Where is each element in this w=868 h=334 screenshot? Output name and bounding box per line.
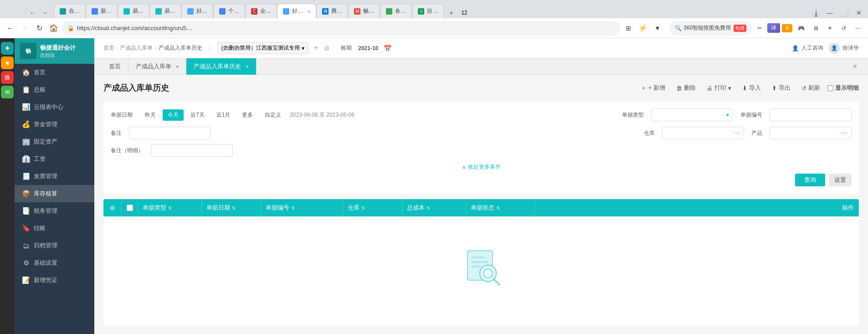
add-account-button[interactable]: + <box>314 43 319 53</box>
tab-t5[interactable]: 好… <box>181 4 213 18</box>
detail-remark-input[interactable] <box>151 144 233 157</box>
add-button[interactable]: ＋ + 新增 <box>637 82 669 94</box>
show-cols-checkbox[interactable] <box>827 85 833 91</box>
product-select[interactable]: ⋯ <box>770 127 852 139</box>
refresh-button[interactable]: ↺ 刷新 <box>798 82 824 94</box>
sidebar-item-capital[interactable]: 💰 资金管理 <box>15 116 94 133</box>
sidebar-item-archive[interactable]: 🗂 归档管理 <box>15 237 94 254</box>
sun-icon[interactable]: ☀ <box>824 22 836 35</box>
nav-refresh[interactable]: ↻ <box>33 22 46 35</box>
doc-no-input[interactable] <box>770 108 852 121</box>
import-button[interactable]: ⬇ 导入 <box>739 82 765 94</box>
th-total-cost[interactable]: 总成本 ⇅ <box>402 199 466 216</box>
account-settings-icon[interactable]: ⚙ <box>324 45 330 52</box>
date-btn-today[interactable]: 今天 <box>163 109 184 121</box>
remark-input[interactable] <box>129 127 211 139</box>
tab-t11[interactable]: 各… <box>380 4 412 18</box>
print-button[interactable]: 🖨 打印 ▾ <box>703 82 735 94</box>
th-warehouse[interactable]: 仓库 ⇅ <box>343 199 402 216</box>
query-button[interactable]: 查询 <box>795 174 825 186</box>
maximize-button[interactable]: ⬜ <box>839 7 850 18</box>
back-button[interactable]: ← <box>27 7 38 18</box>
sidebar-item-report[interactable]: 📊 云报表中心 <box>15 98 94 116</box>
nav-forward[interactable]: → <box>18 22 31 35</box>
tab-t4[interactable]: 易… <box>149 4 181 18</box>
th-settings[interactable]: ⚙ <box>103 199 122 216</box>
sidebar-item-checkout[interactable]: 🔖 结账 <box>15 220 94 237</box>
sidebar-item-home[interactable]: 🏠 首页 <box>15 64 94 81</box>
sidebar-item-ledger[interactable]: 📋 总账 <box>15 81 94 98</box>
account-selector[interactable]: (勿删勿禁用）江西服宝测试专用 ▾ <box>217 42 308 54</box>
favorite-icon[interactable]: ★ <box>1 57 14 69</box>
tab-product-history[interactable]: 产成品入库单历史 × <box>186 58 256 75</box>
date-btn-more[interactable]: 更多 <box>237 109 258 121</box>
tab-panel-close[interactable]: × <box>849 62 861 71</box>
nav-back[interactable]: ← <box>4 22 16 35</box>
th-doc-type[interactable]: 单据类型 ⇅ <box>138 199 202 216</box>
sidebar-item-invoice[interactable]: 🧾 发票管理 <box>15 168 94 185</box>
translate-button[interactable]: 译 <box>767 23 780 33</box>
breadcrumb-list[interactable]: 产成品入库单 <box>120 44 153 52</box>
nav-home[interactable]: 🏠 <box>47 22 60 35</box>
close-window-button[interactable]: ✕ <box>853 7 864 18</box>
grid-icon[interactable]: ⊞ <box>810 22 822 35</box>
yuan-button[interactable]: ¥ <box>782 24 792 32</box>
collapse-button[interactable]: ∧ 收起更多条件 <box>111 160 852 172</box>
tab-home[interactable]: 首页 <box>102 58 128 75</box>
export-button[interactable]: ⬆ 导出 <box>768 82 794 94</box>
sidebar-item-salary[interactable]: 👔 工资 <box>15 150 94 168</box>
th-doc-status[interactable]: 单据状态 ⇅ <box>466 199 534 216</box>
sidebar-item-settings[interactable]: ⚙ 基础设置 <box>15 254 94 272</box>
calendar-icon[interactable]: 📅 <box>384 45 391 52</box>
th-doc-no[interactable]: 单据编号 ⇅ <box>261 199 343 216</box>
tab-t8[interactable]: 好… × <box>277 4 316 18</box>
user-service-button[interactable]: 👤 人工咨询 <box>792 44 823 52</box>
tab-t10[interactable]: M 畅… <box>348 4 380 18</box>
tab-close-history[interactable]: × <box>246 64 248 69</box>
weibo-icon[interactable]: 微 <box>1 71 14 84</box>
user-avatar[interactable]: 👤 徐泽华 <box>829 43 859 54</box>
delete-button[interactable]: 🗑 删除 <box>673 82 699 94</box>
filter-settings-button[interactable]: 设置 <box>829 174 852 186</box>
scissors-icon[interactable]: ✂ <box>754 22 765 35</box>
sidebar-item-fixed[interactable]: 🏢 固定资产 <box>15 133 94 150</box>
tab-t12[interactable]: S 目… <box>412 4 444 18</box>
th-checkbox[interactable] <box>122 199 138 216</box>
tab-t7[interactable]: C 企… <box>245 4 277 18</box>
undo-icon[interactable]: ↺ <box>838 22 850 35</box>
forward-button[interactable]: → <box>39 7 50 18</box>
mail-icon[interactable]: ✉ <box>1 86 14 98</box>
tab-close-list[interactable]: × <box>176 64 179 69</box>
th-doc-date[interactable]: 单据日期 ⇅ <box>202 199 261 216</box>
date-btn-7days[interactable]: 近7天 <box>185 109 210 121</box>
tab-t9[interactable]: 腾 腾… <box>316 4 348 18</box>
tab-t2[interactable]: 新… <box>86 4 118 18</box>
sidebar-item-tax[interactable]: 📑 税务管理 <box>15 202 94 220</box>
doc-type-select[interactable]: ▾ <box>651 108 733 121</box>
minimize-button[interactable]: — <box>824 7 835 18</box>
sidebar-item-voucher[interactable]: 📝 新增凭证 <box>15 272 94 289</box>
left-icon-sidebar: ✦ ★ 微 ✉ <box>0 38 15 334</box>
breadcrumb-home[interactable]: 首页 <box>103 44 114 52</box>
nav-menu[interactable]: ▾ <box>651 22 664 35</box>
tab-close-t8[interactable]: × <box>308 9 310 14</box>
tab-t1[interactable]: 在… <box>54 4 86 18</box>
tab-product-list[interactable]: 产成品入库单 × <box>128 58 186 75</box>
extensions-icon[interactable]: ⊞ <box>622 22 635 35</box>
address-bar[interactable]: 🔒 https://cloud.chanjet.com/accounting/u… <box>62 21 620 36</box>
search-bar[interactable]: 🔍 360智能抠图免费用 热搜 <box>669 21 752 36</box>
sidebar-item-inventory[interactable]: 📦 库存核算 <box>15 185 94 202</box>
date-btn-yesterday[interactable]: 昨天 <box>140 109 161 121</box>
lightning-icon[interactable]: ⚡ <box>637 22 649 35</box>
warehouse-select[interactable]: ⋯ <box>662 127 744 139</box>
game-icon[interactable]: 🎮 <box>794 22 808 35</box>
date-btn-1month[interactable]: 近1月 <box>211 109 236 121</box>
table-settings-icon[interactable]: ⚙ <box>110 205 115 211</box>
settings-icon[interactable]: ⋯ <box>852 22 864 35</box>
app-logo-icon[interactable]: ✦ <box>1 42 14 55</box>
select-all-checkbox[interactable] <box>127 205 133 211</box>
date-btn-custom[interactable]: 自定义 <box>260 109 286 121</box>
new-tab-button[interactable]: + <box>446 7 457 18</box>
tab-t6[interactable]: 个… <box>213 4 245 18</box>
tab-t3[interactable]: 易… <box>118 4 149 18</box>
